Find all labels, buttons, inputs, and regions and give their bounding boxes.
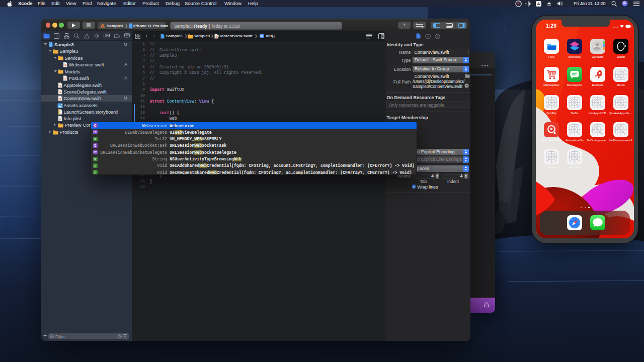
svg-text:?: ? <box>436 35 438 38</box>
